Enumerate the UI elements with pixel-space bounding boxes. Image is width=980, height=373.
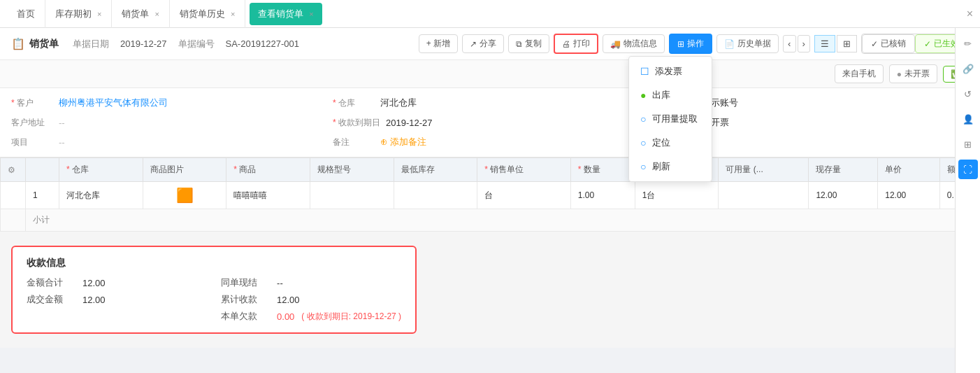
summary-cumulative-receipt: 累计收款 12.00 [221,293,401,306]
doc-meta: 单据日期 2019-12-27 单据编号 SA-20191227-001 [73,38,299,50]
summary-box: 收款信息 金额合计 12.00 同单现结 -- 成交金额 12.00 累计收款 … [11,246,417,334]
summary-outstanding: 本单欠款 0.00 ( 收款到期日: 2019-12-27 ) [221,310,401,323]
tab-view-sales[interactable]: 查看销货单 × [250,3,322,25]
same-order-label: 同单现结 [221,276,270,289]
circle-icon: ● [640,90,646,101]
subtotal-label: 小计 [26,209,980,232]
total-amount-value: 12.00 [82,278,106,288]
nav-arrows: ‹ › [783,35,810,52]
tab-bar: 首页 库存期初 × 销货单 × 销货单历史 × 查看销货单 × × [0,0,980,28]
doc-actions: + 新增 ↗ 分享 ⧉ 复制 🖨 打印 🚚 物流信息 ⊞ 操作 [419,34,969,54]
note-label: 备注 [333,136,375,148]
doc-title-icon: 📋 [11,37,25,50]
sidebar-user-icon[interactable]: 👤 [958,109,978,129]
circle-outline-icon: ○ [640,113,646,125]
transaction-label: 成交金额 [27,293,75,306]
share-button[interactable]: ↗ 分享 [462,34,504,53]
row-spec [310,182,394,209]
check-sold-icon: ✓ [871,39,878,49]
copy-button[interactable]: ⧉ 复制 [508,34,549,53]
not-opened-btn[interactable]: ● 未开票 [889,64,937,83]
col-product: 商品 [226,158,310,182]
tab-bar-close-button[interactable]: × [967,8,973,20]
menu-out-stock[interactable]: ● 出库 [629,83,712,107]
warehouse-value: 河北仓库 [380,97,417,109]
summary-total-amount: 金额合计 12.00 [27,276,207,289]
grid-view-btn[interactable]: ⊞ [837,35,857,52]
cumulative-value: 12.00 [277,295,300,305]
sidebar-link-icon[interactable]: 🔗 [958,59,978,78]
menu-add-invoice[interactable]: ☐ 添发票 [629,59,712,83]
add-note-btn[interactable]: ⊕ 添加备注 [380,136,426,148]
menu-available-qty[interactable]: ○ 可用量提取 [629,107,712,131]
operations-button[interactable]: ⊞ 操作 [669,34,712,54]
tab-sales-history[interactable]: 销货单历史 × [170,0,245,28]
check-effective-icon: ✓ [924,39,931,49]
truck-icon: 🚚 [610,39,621,49]
tab-sales-order-close[interactable]: × [154,10,159,18]
col-quantity: 数量 [570,158,635,182]
doc-title-group: 📋 销货单 [11,37,59,50]
payment-date-field: 收款到期日 2019-12-27 [333,116,647,129]
summary-same-order-settle: 同单现结 -- [221,276,401,289]
sidebar-expand-icon[interactable]: ⛶ [958,160,978,179]
subtotal-settings [1,209,26,232]
list-view-btn[interactable]: ☰ [814,35,835,52]
transaction-value: 12.00 [82,295,106,305]
menu-refresh[interactable]: ○ 刷新 [629,155,712,178]
doc-title-text: 销货单 [29,38,59,50]
row-unit-price: 12.00 [878,182,939,209]
tab-sales-order[interactable]: 销货单 × [112,0,169,28]
circle-gray-icon: ● [897,69,902,79]
row-sales-unit: 台 [477,182,571,209]
sold-status-badge[interactable]: ✓ 已核销 [862,34,915,53]
summary-title: 收款信息 [27,257,401,269]
warehouse-field: 仓库 河北仓库 [333,97,647,109]
tab-inventory-init[interactable]: 库存期初 × [45,0,112,28]
refresh-icon: ○ [640,161,646,172]
prev-arrow[interactable]: ‹ [783,35,795,52]
col-current-stock: 现存量 [809,158,878,182]
from-phone-btn[interactable]: 来自手机 [835,64,884,83]
payment-date-value: 2019-12-27 [386,118,433,128]
customer-value[interactable]: 柳州粤港平安气体有限公司 [59,97,168,109]
next-arrow[interactable]: › [798,35,810,52]
row-product: 嘻嘻嘻嘻 [226,182,310,209]
toolbar-row: 来自手机 ● 未开票 ✅ [0,60,980,88]
menu-locate[interactable]: ○ 定位 [629,131,712,155]
sidebar-rotate-icon[interactable]: ↺ [958,84,978,104]
outstanding-value: 0.00 [277,311,294,322]
total-amount-label: 金额合计 [27,276,75,289]
summary-transaction-amount: 成交金额 12.00 [27,293,207,306]
plus-icon: ⊕ [380,136,390,147]
address-field: 客户地址 -- [11,116,326,129]
warehouse-label: 仓库 [333,97,375,109]
logistics-button[interactable]: 🚚 物流信息 [603,34,665,53]
payment-date-label: 收款到期日 [333,117,380,129]
form-section: 客户 柳州粤港平安气体有限公司 仓库 河北仓库 业务员 演示账号 客户地址 --… [0,88,980,157]
print-icon: 🖨 [562,39,570,49]
sidebar-table-icon[interactable]: ⊞ [958,134,978,154]
print-button[interactable]: 🖨 打印 [554,34,598,54]
project-value: -- [59,137,65,148]
table-header-row: ⚙ 仓库 商品图片 商品 规格型号 最低库存 销售单位 数量 包装数量 可用量 … [1,158,980,182]
gear-icon[interactable]: ⚙ [8,165,15,175]
col-product-img: 商品图片 [143,158,226,182]
col-available: 可用量 (... [719,158,809,182]
address-label: 客户地址 [11,117,53,129]
sidebar-edit-icon[interactable]: ✏ [958,34,978,53]
tab-view-sales-close[interactable]: × [309,10,313,18]
same-order-value: -- [277,278,283,288]
date-label: 单据日期 [73,38,109,50]
col-min-stock: 最低库存 [394,158,477,182]
row-settings [1,182,26,209]
row-index: 1 [26,182,59,209]
operations-dropdown-menu: ☐ 添发票 ● 出库 ○ 可用量提取 ○ 定位 [628,56,712,182]
history-button[interactable]: 📄 历史单据 [716,34,779,53]
outstanding-label: 本单欠款 [221,310,270,323]
tab-sales-history-close[interactable]: × [231,10,235,18]
tab-inventory-close[interactable]: × [97,10,101,18]
tab-home[interactable]: 首页 [7,0,45,28]
new-button[interactable]: + 新增 [419,34,458,53]
cumulative-label: 累计收款 [221,293,270,306]
